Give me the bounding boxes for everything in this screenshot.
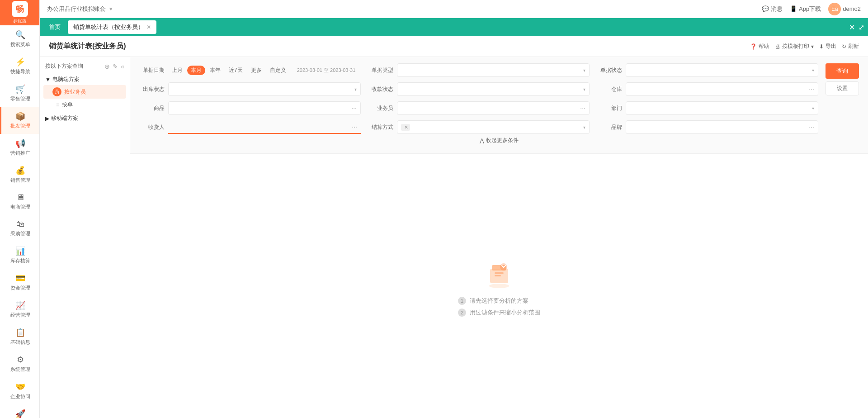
date-tab-thismonth[interactable]: 本月 (187, 66, 205, 75)
system-icon: ⚙ (17, 355, 24, 365)
salesperson-input[interactable]: ··· (397, 101, 590, 115)
edit-scheme-btn[interactable]: ✎ (113, 63, 118, 70)
step-num-1: 1 (458, 297, 466, 305)
tab-home-label: 首页 (49, 23, 61, 31)
scheme-item-label-salesperson: 按业务员 (64, 88, 86, 96)
refresh-icon: ↻ (842, 43, 846, 50)
collapse-panel-btn[interactable]: « (121, 63, 124, 70)
add-scheme-btn[interactable]: ⊕ (104, 63, 110, 70)
tab-close-btn[interactable]: ✕ (146, 24, 151, 30)
svg-rect-4 (495, 275, 501, 276)
tab-sales-stat[interactable]: 销货单统计表（按业务员） ✕ (68, 20, 156, 34)
scheme-dot-icon: 员 (52, 87, 61, 96)
receiver-input[interactable]: ··· (168, 120, 361, 134)
page-header: 销货单统计表(按业务员) ❓ 帮助 🖨 按模板打印 ▾ ⬇ 导出 ↻ 刷新 (40, 36, 868, 57)
refresh-btn[interactable]: ↻ 刷新 (842, 43, 859, 50)
scheme-group-mobile-header[interactable]: ▶ 移动端方案 (43, 113, 126, 124)
scheme-group-desktop-header[interactable]: ▼ 电脑端方案 (43, 74, 126, 85)
print-btn[interactable]: 🖨 按模板打印 ▾ (775, 43, 814, 50)
sidebar-item-newbie[interactable]: 🚀 新手引导 (0, 404, 39, 418)
sidebar-label-purchase: 采购管理 (10, 230, 30, 237)
print-dropdown-icon[interactable]: ▾ (811, 43, 814, 50)
sidebar-label-ecommerce: 电商管理 (10, 204, 30, 210)
scheme-item-by-order[interactable]: ≡ 按单 (43, 99, 126, 111)
query-button[interactable]: 查询 (826, 63, 859, 79)
doctype-input[interactable] (397, 63, 590, 77)
sidebar-item-basic[interactable]: 📋 基础信息 (0, 323, 39, 350)
sidebar-item-wholesale[interactable]: 📦 批发管理 (0, 107, 39, 134)
collectstatus-label: 收款状态 (368, 86, 393, 93)
receiver-label: 收货人 (139, 124, 165, 131)
topbar-dropdown-icon[interactable]: ▾ (109, 5, 113, 12)
sidebar-item-marketing[interactable]: 📢 营销推广 (0, 134, 39, 161)
filter-buttons: 查询 设置 (818, 63, 859, 95)
tab-home[interactable]: 首页 (43, 20, 66, 34)
sidebar-item-enterprise[interactable]: 🤝 企业协同 (0, 377, 39, 404)
date-tab-more[interactable]: 更多 (247, 66, 265, 75)
page-title: 销货单统计表(按业务员) (49, 42, 126, 57)
sidebar-item-finance[interactable]: 💳 资金管理 (0, 269, 39, 296)
user-profile[interactable]: Ea demo2 (828, 3, 861, 15)
settle-input[interactable]: ✕ (397, 120, 590, 134)
settle-tag-clear[interactable]: ✕ (404, 124, 408, 130)
date-tab-thisyear[interactable]: 本年 (206, 66, 224, 75)
date-tab-lastmonth[interactable]: 上月 (168, 66, 186, 75)
warehouse-label: 仓库 (597, 86, 622, 93)
sidebar-item-retail[interactable]: 🛒 零售管理 (0, 80, 39, 107)
download-icon: 📱 (790, 5, 797, 12)
sidebar-nav: 🔍 搜索菜单 ⚡ 快捷导航 🛒 零售管理 📦 批发管理 📢 营销推广 💰 销售管… (0, 25, 39, 418)
logo-icon: 畅 (12, 1, 28, 17)
collapse-btn[interactable]: ⋀ 收起更多条件 (480, 137, 519, 144)
sidebar-label-shortcut: 快捷导航 (10, 68, 30, 75)
export-btn[interactable]: ⬇ 导出 (819, 43, 836, 50)
filter-row-1: 单据日期 上月 本月 本年 近7天 更多 自定义 (139, 63, 818, 77)
svg-point-0 (489, 284, 509, 288)
goods-input[interactable]: ··· (168, 101, 361, 115)
outstatus-input[interactable] (168, 82, 361, 96)
sidebar-label-search: 搜索菜单 (10, 41, 30, 48)
receiver-dots: ··· (352, 123, 357, 130)
settle-tag: ✕ (401, 124, 410, 131)
date-tab-7days[interactable]: 近7天 (225, 66, 246, 75)
data-area: 1 请先选择要分析的方案 2 用过滤条件来缩小分析范围 (130, 154, 868, 418)
step-1-text: 请先选择要分析的方案 (470, 297, 528, 305)
shortcut-icon: ⚡ (15, 57, 25, 67)
collectstatus-input[interactable] (397, 82, 590, 96)
app-download-btn[interactable]: 📱 App下载 (790, 5, 821, 13)
empty-step-2: 2 用过滤条件来缩小分析范围 (458, 309, 540, 317)
expand-icon: ▼ (45, 76, 51, 83)
filter-item-salesperson: 业务员 ··· (368, 101, 590, 115)
dept-chevron (812, 106, 814, 111)
sidebar-item-ecommerce[interactable]: 🖥 电商管理 (0, 188, 39, 215)
outstatus-chevron (354, 87, 357, 92)
search-icon: 🔍 (15, 30, 25, 40)
warehouse-input[interactable]: ··· (626, 82, 818, 96)
message-btn[interactable]: 💬 消息 (762, 5, 783, 13)
wholesale-icon: 📦 (15, 111, 25, 121)
step-2-text: 用过滤条件来缩小分析范围 (470, 309, 540, 317)
export-icon: ⬇ (819, 43, 824, 50)
dept-input[interactable] (626, 101, 818, 115)
filter-item-docstatus: 单据状态 (597, 63, 818, 77)
sidebar-item-operation[interactable]: 📈 经营管理 (0, 296, 39, 323)
topbar-left: 办公用品行业模拟账套 ▾ (47, 5, 113, 13)
help-btn[interactable]: ❓ 帮助 (750, 43, 769, 50)
retail-icon: 🛒 (15, 84, 25, 94)
docstatus-input[interactable] (626, 63, 818, 77)
user-avatar: Ea (828, 3, 841, 15)
sidebar-item-inventory[interactable]: 📊 库存核算 (0, 242, 39, 269)
scheme-item-salesperson[interactable]: 员 按业务员 (43, 85, 126, 99)
setting-button[interactable]: 设置 (826, 81, 859, 95)
maximize-icon[interactable]: ⤢ (859, 23, 864, 32)
date-tab-custom[interactable]: 自定义 (266, 66, 290, 75)
sidebar-item-sales[interactable]: 💰 销售管理 (0, 161, 39, 188)
sidebar-item-system[interactable]: ⚙ 系统管理 (0, 350, 39, 377)
expand-icon-mobile: ▶ (45, 115, 49, 122)
close-window-icon[interactable]: ✕ (849, 23, 855, 32)
filter-item-settle: 结算方式 ✕ (368, 120, 590, 134)
sidebar-item-search[interactable]: 🔍 搜索菜单 (0, 25, 39, 52)
sidebar-item-purchase[interactable]: 🛍 采购管理 (0, 215, 39, 242)
collapse-label: 收起更多条件 (486, 137, 519, 144)
brand-input[interactable]: ··· (626, 120, 818, 134)
sidebar-item-shortcut[interactable]: ⚡ 快捷导航 (0, 52, 39, 80)
